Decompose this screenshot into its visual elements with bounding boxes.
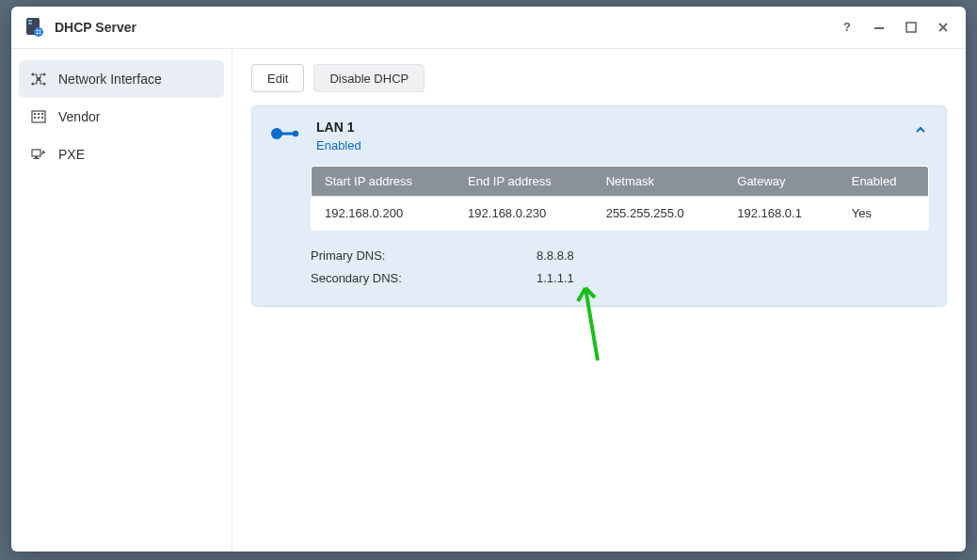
secondary-dns-label: Secondary DNS:: [311, 271, 537, 285]
secondary-dns-row: Secondary DNS: 1.1.1.1: [311, 266, 929, 289]
interface-card[interactable]: LAN 1 Enabled Start IP address End IP ad…: [251, 105, 947, 307]
col-start-ip: Start IP address: [312, 167, 456, 197]
table-row[interactable]: 192.168.0.200 192.168.0.230 255.255.255.…: [312, 197, 929, 231]
svg-point-7: [40, 33, 41, 35]
sidebar-item-network-interface[interactable]: Network Interface: [19, 60, 224, 98]
cell-end-ip: 192.168.0.230: [455, 197, 593, 231]
cell-enabled: Yes: [839, 197, 929, 231]
app-window: DHCP Server ? Network Interface: [11, 7, 966, 552]
svg-rect-19: [41, 113, 43, 115]
col-netmask: Netmask: [593, 167, 725, 197]
toolbar: Edit Disable DHCP: [251, 64, 947, 92]
svg-point-13: [31, 82, 34, 85]
sidebar-item-pxe[interactable]: PXE: [19, 136, 224, 173]
col-enabled: Enabled: [839, 167, 929, 197]
close-icon[interactable]: [934, 18, 953, 37]
minimize-icon[interactable]: [870, 18, 889, 37]
svg-point-5: [40, 30, 41, 32]
network-icon: [30, 71, 47, 88]
card-header: LAN 1 Enabled: [269, 120, 929, 152]
svg-rect-20: [34, 117, 36, 119]
svg-point-4: [37, 30, 39, 32]
primary-dns-value: 8.8.8.8: [537, 248, 574, 263]
cell-start-ip: 192.168.0.200: [312, 197, 456, 231]
svg-rect-22: [41, 117, 43, 119]
svg-point-3: [34, 27, 43, 37]
interface-info: LAN 1 Enabled: [316, 120, 361, 152]
sidebar-item-vendor[interactable]: Vendor: [19, 98, 224, 136]
lan-connected-icon: [269, 125, 301, 146]
svg-rect-1: [28, 20, 32, 22]
primary-dns-label: Primary DNS:: [311, 248, 537, 263]
svg-point-14: [42, 82, 45, 85]
primary-dns-row: Primary DNS: 8.8.8.8: [311, 244, 929, 266]
svg-rect-9: [874, 27, 884, 29]
chevron-up-icon[interactable]: [914, 123, 927, 140]
svg-rect-25: [33, 158, 40, 159]
titlebar: DHCP Server ?: [11, 7, 966, 49]
sidebar-item-label: Network Interface: [58, 72, 162, 87]
cell-netmask: 255.255.255.0: [593, 197, 725, 231]
interface-status: Enabled: [316, 138, 361, 152]
dns-info: Primary DNS: 8.8.8.8 Secondary DNS: 1.1.…: [311, 244, 929, 289]
svg-point-6: [37, 33, 39, 35]
svg-point-11: [31, 72, 34, 75]
main-panel: Edit Disable DHCP LAN 1 Enabled: [232, 49, 966, 552]
sidebar-item-label: Vendor: [58, 109, 100, 124]
svg-rect-2: [28, 23, 32, 24]
help-icon[interactable]: ?: [838, 18, 857, 37]
sidebar: Network Interface Vendor PXE: [11, 49, 232, 552]
svg-point-12: [42, 72, 45, 75]
svg-rect-10: [906, 23, 916, 32]
window-controls: ?: [838, 18, 953, 37]
interface-name: LAN 1: [316, 120, 361, 135]
svg-text:?: ?: [843, 21, 851, 34]
svg-rect-23: [32, 150, 40, 156]
col-gateway: Gateway: [724, 167, 838, 197]
secondary-dns-value: 1.1.1.1: [537, 271, 574, 285]
disable-dhcp-button[interactable]: Disable DHCP: [313, 64, 424, 92]
svg-point-28: [293, 131, 298, 136]
maximize-icon[interactable]: [902, 18, 921, 37]
vendor-icon: [30, 108, 47, 125]
svg-rect-18: [38, 113, 40, 115]
app-title: DHCP Server: [55, 20, 838, 35]
dhcp-range-table: Start IP address End IP address Netmask …: [311, 166, 929, 231]
svg-rect-21: [38, 117, 40, 119]
svg-rect-27: [280, 133, 294, 136]
svg-rect-24: [35, 156, 38, 158]
app-icon: [24, 17, 45, 38]
edit-button[interactable]: Edit: [251, 64, 304, 92]
sidebar-item-label: PXE: [58, 147, 85, 162]
cell-gateway: 192.168.0.1: [724, 197, 838, 231]
table-header-row: Start IP address End IP address Netmask …: [312, 167, 929, 197]
pxe-icon: [30, 146, 47, 163]
col-end-ip: End IP address: [455, 167, 593, 197]
svg-rect-17: [34, 113, 36, 115]
body: Network Interface Vendor PXE Edit Disabl…: [11, 49, 966, 552]
